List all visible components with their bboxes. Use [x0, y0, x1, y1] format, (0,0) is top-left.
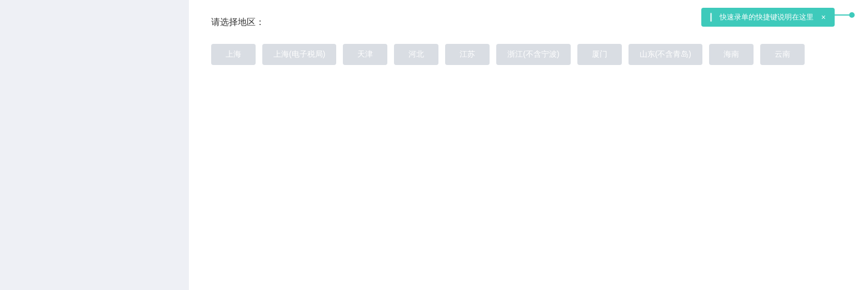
tooltip-line [829, 14, 849, 16]
region-button-shanghai[interactable]: 上海 [211, 44, 256, 65]
region-button-shanghai-etax[interactable]: 上海(电子税局) [262, 44, 336, 65]
tooltip-text: 快速录单的快捷键说明在这里 [720, 12, 814, 22]
tooltip-close-button[interactable]: × [821, 13, 826, 22]
region-button-shandong[interactable]: 山东(不含青岛) [628, 44, 702, 65]
region-buttons-container: 上海上海(电子税局)天津河北江苏浙江(不含宁波)厦门 山东(不含青岛)海南云南 [211, 44, 846, 72]
region-button-hebei[interactable]: 河北 [394, 44, 438, 65]
region-button-xiamen[interactable]: 厦门 [577, 44, 622, 65]
tooltip-dot [849, 12, 855, 18]
region-row-2: 山东(不含青岛)海南云南 [628, 44, 805, 65]
region-button-hainan[interactable]: 海南 [709, 44, 754, 65]
region-button-jiangsu[interactable]: 江苏 [445, 44, 490, 65]
main-content: 请选择地区： 上海上海(电子税局)天津河北江苏浙江(不含宁波)厦门 山东(不含青… [189, 0, 868, 290]
region-button-yunnan[interactable]: 云南 [760, 44, 805, 65]
region-row-1: 上海上海(电子税局)天津河北江苏浙江(不含宁波)厦门 [211, 44, 622, 65]
left-sidebar [0, 0, 189, 290]
tooltip-banner: 快速录单的快捷键说明在这里 × [701, 8, 835, 27]
region-button-tianjin[interactable]: 天津 [343, 44, 387, 65]
region-button-zhejiang[interactable]: 浙江(不含宁波) [496, 44, 570, 65]
